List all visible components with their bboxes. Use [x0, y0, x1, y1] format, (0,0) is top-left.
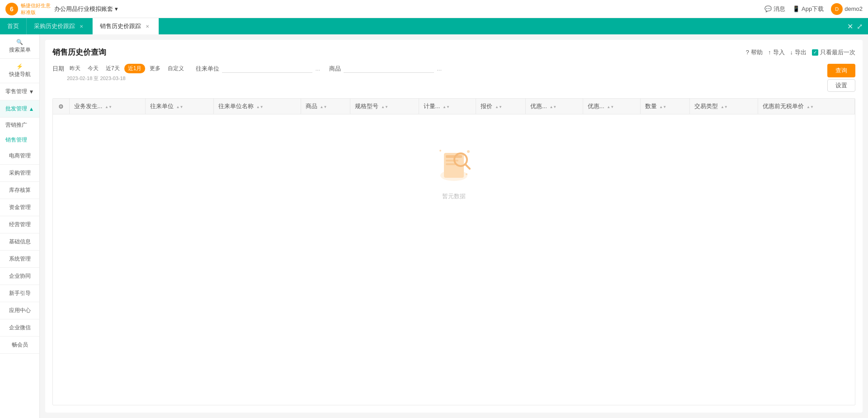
sidebar-item-member[interactable]: 畅会员 — [0, 337, 39, 354]
sidebar-item-ecommerce-mgmt[interactable]: 电商管理 — [0, 147, 39, 165]
table-header-counterparty[interactable]: 往来单位 ▲▼ — [145, 99, 213, 114]
sidebar-item-quick-nav[interactable]: ⚡ 快捷导航 — [0, 59, 39, 83]
sidebar-item-ops-mgmt[interactable]: 经营管理 — [0, 216, 39, 233]
table-header-spec[interactable]: 规格型号 ▲▼ — [350, 99, 419, 114]
table-header-unit[interactable]: 计量... ▲▼ — [419, 99, 476, 114]
table-header-counterparty-name[interactable]: 往来单位名称 ▲▼ — [214, 99, 301, 114]
top-bar-right: 💬 消息 📱 App下载 D demo2 — [764, 3, 863, 15]
logo-icon: 6 — [5, 3, 18, 15]
sidebar-item-purchase-mgmt[interactable]: 采购管理 — [0, 165, 39, 182]
product-dots[interactable]: ... — [437, 65, 442, 72]
date-btn-today[interactable]: 今天 — [85, 64, 101, 73]
table-wrapper: ⚙ 业务发生... ▲▼ 往来单位 ▲▼ — [52, 98, 855, 405]
sidebar-item-enterprise-collab[interactable]: 企业协同 — [0, 268, 39, 285]
product-input[interactable] — [344, 64, 434, 73]
sort-arrows-pre-tax-price: ▲▼ — [807, 105, 814, 109]
sidebar-item-system-mgmt[interactable]: 系统管理 — [0, 251, 39, 268]
export-button[interactable]: ↓ 导出 — [790, 48, 807, 57]
app-title-selector[interactable]: 办公用品行业模拟账套 ▾ — [54, 5, 118, 13]
date-btn-7days[interactable]: 近7天 — [103, 64, 123, 73]
table-header-quantity[interactable]: 数量 ▲▼ — [640, 99, 690, 114]
table-header-trade-type[interactable]: 交易类型 ▲▼ — [690, 99, 758, 114]
counterparty-dots[interactable]: ... — [315, 65, 320, 72]
maximize-window-icon[interactable]: ⤢ — [857, 22, 863, 31]
page-header: 销售历史价查询 ? 帮助 ↑ 导入 ↓ 导出 — [52, 47, 855, 57]
page-content: 销售历史价查询 ? 帮助 ↑ 导入 ↓ 导出 — [40, 34, 868, 418]
only-last-checkbox[interactable]: ✓ 只看最后一次 — [812, 48, 855, 57]
nav-icon: ⚡ — [16, 63, 23, 70]
sidebar-item-sales-mgmt[interactable]: 销售管理 — [0, 133, 39, 147]
sidebar-item-inventory[interactable]: 库存核算 — [0, 182, 39, 199]
table-header-product[interactable]: 商品 ▲▼ — [301, 99, 350, 114]
tab-sales-history-close[interactable]: ✕ — [144, 23, 151, 30]
sidebar-item-enterprise-wechat[interactable]: 企业微信 — [0, 319, 39, 337]
date-btn-yesterday[interactable]: 昨天 — [67, 64, 83, 73]
import-icon: ↑ — [768, 49, 771, 56]
svg-point-8 — [467, 150, 470, 153]
help-icon: ? — [746, 49, 749, 56]
chevron-up-icon-wholesale: ▲ — [29, 106, 34, 112]
empty-state: 暂元数据 — [53, 114, 855, 228]
tab-home[interactable]: 首页 — [0, 18, 27, 34]
table-header-pre-tax-price[interactable]: 优惠前无税单价 ▲▼ — [758, 99, 855, 114]
date-btn-more[interactable]: 更多 — [147, 64, 163, 73]
date-btn-custom[interactable]: 自定义 — [165, 64, 187, 73]
sidebar-item-basic-info[interactable]: 基础信息 — [0, 233, 39, 251]
chevron-up-icon: ▼ — [29, 89, 34, 95]
table-header-discount1[interactable]: 优惠... ▲▼ — [525, 99, 583, 114]
sort-arrows-product: ▲▼ — [320, 105, 327, 109]
sidebar-item-new-guide[interactable]: 新手引导 — [0, 285, 39, 302]
sort-arrows-discount2: ▲▼ — [607, 105, 614, 109]
table-header-row: ⚙ 业务发生... ▲▼ 往来单位 ▲▼ — [53, 99, 855, 114]
empty-illustration — [431, 142, 476, 187]
tab-purchase-history[interactable]: 采购历史价跟踪 ✕ — [27, 18, 93, 34]
empty-text: 暂元数据 — [442, 192, 466, 200]
page-title: 销售历史价查询 — [52, 47, 106, 57]
page-card: 销售历史价查询 ? 帮助 ↑ 导入 ↓ 导出 — [45, 40, 863, 413]
export-icon: ↓ — [790, 49, 793, 56]
page-actions: ? 帮助 ↑ 导入 ↓ 导出 ✓ 只看最后一次 — [746, 48, 855, 57]
tab-bar: 首页 采购历史价跟踪 ✕ 销售历史价跟踪 ✕ ✕ ⤢ — [0, 18, 868, 34]
sidebar: 🔍 搜索菜单 ⚡ 快捷导航 零售管理 ▼ 批发管理 ▲ 营销推广 销售管理 电商… — [0, 34, 40, 418]
tab-purchase-history-close[interactable]: ✕ — [78, 23, 85, 30]
sidebar-item-retail-mgmt[interactable]: 零售管理 ▼ — [0, 83, 39, 100]
message-icon: 💬 — [764, 5, 772, 12]
tab-sales-history[interactable]: 销售历史价跟踪 ✕ — [93, 18, 159, 34]
sidebar-item-app-center[interactable]: 应用中心 — [0, 302, 39, 319]
svg-rect-3 — [446, 160, 458, 162]
product-filter-group: 商品 ... — [329, 64, 442, 73]
search-icon: 🔍 — [16, 39, 23, 45]
sort-arrows-counterparty-name: ▲▼ — [256, 105, 264, 109]
sidebar-item-marketing-promo[interactable]: 营销推广 — [0, 118, 39, 133]
svg-rect-4 — [446, 163, 456, 165]
query-btn-group: 查询 设置 — [827, 64, 855, 92]
date-label: 日期 — [52, 64, 64, 73]
svg-point-7 — [439, 150, 441, 152]
sidebar-item-wholesale-mgmt[interactable]: 批发管理 ▲ — [0, 100, 39, 118]
table-header-biz-date[interactable]: 业务发生... ▲▼ — [69, 99, 145, 114]
help-button[interactable]: ? 帮助 — [746, 48, 763, 57]
date-buttons: 昨天 今天 近7天 近1月 更多 自定义 — [67, 64, 187, 73]
logo-area: 6 畅捷信好生意 标准版 — [5, 2, 51, 15]
message-button[interactable]: 💬 消息 — [764, 5, 785, 13]
table-header-price[interactable]: 报价 ▲▼ — [476, 99, 526, 114]
table-header-discount2[interactable]: 优惠... ▲▼ — [583, 99, 640, 114]
svg-point-9 — [466, 173, 467, 175]
phone-icon: 📱 — [793, 5, 800, 12]
counterparty-input[interactable] — [222, 64, 312, 73]
user-avatar-button[interactable]: D demo2 — [831, 3, 863, 15]
data-table: ⚙ 业务发生... ▲▼ 往来单位 ▲▼ — [53, 99, 855, 114]
table-header-gear[interactable]: ⚙ — [53, 99, 69, 114]
date-btn-1month[interactable]: 近1月 — [124, 64, 146, 73]
sort-arrows-discount1: ▲▼ — [549, 105, 557, 109]
settings-button[interactable]: 设置 — [827, 79, 855, 92]
query-button[interactable]: 查询 — [827, 64, 855, 77]
counterparty-filter-group: 往来单位 ... — [196, 64, 320, 73]
import-button[interactable]: ↑ 导入 — [768, 48, 785, 57]
close-window-icon[interactable]: ✕ — [847, 22, 853, 31]
sidebar-item-finance-mgmt[interactable]: 资金管理 — [0, 199, 39, 216]
sidebar-item-search-menu[interactable]: 🔍 搜索菜单 — [0, 34, 39, 59]
counterparty-input-area: ... — [222, 64, 320, 73]
app-download-button[interactable]: 📱 App下载 — [793, 5, 824, 13]
product-label: 商品 — [329, 64, 341, 73]
